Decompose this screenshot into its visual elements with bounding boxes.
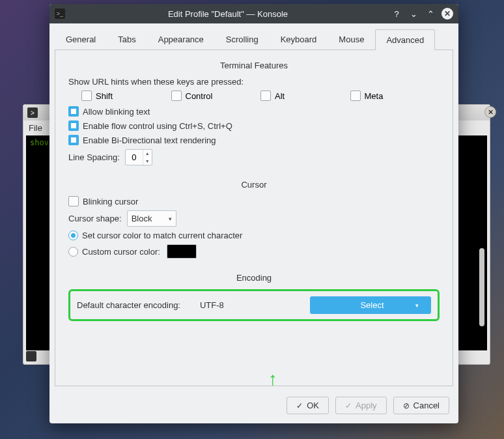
encoding-value: UTF-8 (200, 300, 310, 310)
encoding-label: Default character encoding: (77, 300, 180, 310)
checkbox-alt[interactable] (260, 91, 271, 101)
section-terminal-features: Terminal Features (68, 61, 440, 70)
chevron-down-icon: ▾ (415, 302, 419, 309)
spin-up-icon[interactable]: ▲ (143, 150, 152, 158)
label-allow-blinking: Allow blinking text (83, 107, 150, 117)
encoding-select-button[interactable]: Select ▾ (310, 296, 431, 314)
tab-general[interactable]: General (55, 29, 107, 50)
radio-cursor-custom[interactable] (68, 247, 78, 257)
url-hints-label: Show URL hints when these keys are press… (68, 77, 244, 87)
tab-content: Terminal Features Show URL hints when th… (55, 50, 453, 386)
help-icon[interactable]: ? (391, 8, 402, 20)
close-icon[interactable]: ✕ (441, 8, 453, 20)
tab-mouse[interactable]: Mouse (328, 29, 375, 50)
tab-tabs[interactable]: Tabs (107, 29, 147, 50)
label-blinking-cursor: Blinking cursor (83, 197, 138, 206)
cursor-color-swatch[interactable] (167, 244, 197, 259)
check-icon: ✓ (345, 401, 352, 410)
checkbox-blinking-cursor[interactable] (68, 196, 79, 206)
tab-keyboard[interactable]: Keyboard (270, 29, 328, 50)
section-encoding: Encoding (68, 273, 440, 283)
cursor-shape-label: Cursor shape: (68, 214, 122, 223)
apply-button: ✓Apply (335, 397, 387, 414)
titlebar[interactable]: >_ Edit Profile "Default" — Konsole ? ⌄ … (49, 4, 458, 23)
label-meta: Meta (365, 91, 384, 101)
minimize-icon[interactable]: ⌄ (408, 8, 419, 20)
apply-button-label: Apply (356, 401, 377, 410)
encoding-highlight-box: Default character encoding: UTF-8 Select… (68, 289, 440, 321)
terminal-icon: > (27, 107, 38, 118)
checkbox-bidi[interactable] (68, 135, 79, 145)
label-bidi: Enable Bi-Directional text rendering (83, 135, 216, 145)
section-cursor: Cursor (68, 180, 440, 190)
label-control: Control (186, 91, 213, 101)
edit-profile-dialog: >_ Edit Profile "Default" — Konsole ? ⌄ … (49, 4, 458, 423)
checkbox-allow-blinking[interactable] (68, 106, 79, 117)
cursor-shape-value: Block (132, 214, 152, 223)
tab-appearance[interactable]: Appearance (147, 29, 215, 50)
line-spacing-input[interactable] (126, 150, 143, 165)
cancel-icon: ⊘ (403, 401, 410, 410)
label-cursor-custom: Custom cursor color: (82, 247, 160, 257)
bg-close-icon[interactable]: ✕ (484, 106, 496, 118)
window-title: Edit Profile "Default" — Konsole (70, 9, 385, 19)
cancel-button[interactable]: ⊘Cancel (393, 397, 449, 414)
tab-advanced[interactable]: Advanced (375, 29, 435, 50)
tab-scrolling[interactable]: Scrolling (215, 29, 270, 50)
check-icon: ✓ (296, 401, 303, 410)
spin-down-icon[interactable]: ▼ (143, 158, 152, 165)
ok-button-label: OK (307, 401, 319, 410)
ok-button[interactable]: ✓OK (287, 397, 329, 414)
checkbox-meta[interactable] (350, 91, 361, 101)
radio-cursor-match[interactable] (68, 231, 78, 240)
label-flow-control: Enable flow control using Ctrl+S, Ctrl+Q (83, 121, 232, 131)
checkbox-control[interactable] (171, 91, 182, 101)
line-spacing-spinbox[interactable]: ▲▼ (125, 149, 152, 165)
bg-scrollbar[interactable] (479, 248, 484, 326)
line-spacing-label: Line Spacing: (68, 152, 120, 162)
label-alt: Alt (275, 91, 285, 101)
chevron-down-icon: ▾ (169, 216, 172, 222)
label-shift: Shift (96, 91, 113, 101)
cancel-button-label: Cancel (413, 401, 440, 410)
maximize-icon[interactable]: ⌃ (425, 8, 436, 20)
terminal-icon: >_ (55, 8, 65, 19)
label-cursor-match: Set cursor color to match current charac… (82, 231, 242, 240)
cursor-shape-combo[interactable]: Block ▾ (127, 210, 177, 227)
encoding-select-label: Select (360, 300, 384, 310)
tab-bar: General Tabs Appearance Scrolling Keyboa… (55, 29, 453, 50)
terminal-icon (26, 351, 36, 361)
checkbox-flow-control[interactable] (68, 120, 79, 131)
checkbox-shift[interactable] (81, 91, 92, 101)
dialog-button-bar: ✓OK ✓Apply ⊘Cancel (49, 391, 458, 423)
